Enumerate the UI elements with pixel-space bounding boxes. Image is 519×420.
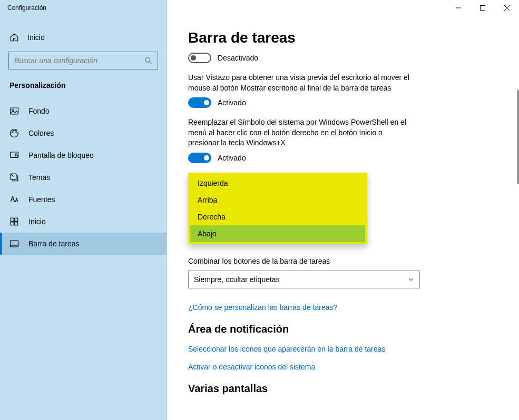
svg-rect-15 <box>15 218 18 221</box>
svg-rect-14 <box>11 218 14 221</box>
image-icon <box>9 106 19 116</box>
dropdown-option-derecha[interactable]: Derecha <box>190 208 365 225</box>
minimize-button[interactable] <box>446 0 471 16</box>
content-pane: Barra de tareas Desactivado Usar Vistazo… <box>167 0 519 420</box>
toggle-peek[interactable] <box>188 97 211 108</box>
svg-rect-12 <box>15 155 18 157</box>
dropdown-option-izquierda[interactable]: Izquierda <box>190 175 365 192</box>
home-label: Inicio <box>27 33 45 42</box>
svg-point-8 <box>12 132 13 133</box>
home-icon <box>9 33 19 42</box>
sidebar-item-temas[interactable]: Temas <box>0 166 167 188</box>
sidebar-item-barra-tareas[interactable]: Barra de tareas <box>0 233 167 255</box>
nav-label: Fuentes <box>28 195 55 204</box>
titlebar: Configuración <box>0 0 519 16</box>
toggle-lock-taskbar[interactable] <box>188 53 211 63</box>
themes-icon <box>9 173 19 182</box>
sidebar: Inicio Personalización Fondo Colores Pan… <box>0 0 167 420</box>
sidebar-item-colores[interactable]: Colores <box>0 122 167 144</box>
nav-label: Colores <box>28 129 54 137</box>
sidebar-item-fuentes[interactable]: Fuentes <box>0 188 167 211</box>
palette-icon <box>9 128 19 138</box>
search-field[interactable] <box>14 56 144 65</box>
page-title: Barra de tareas <box>188 29 498 46</box>
toggle-state: Activado <box>218 98 246 107</box>
svg-rect-16 <box>11 222 14 225</box>
svg-line-5 <box>149 62 151 64</box>
svg-point-9 <box>13 131 14 132</box>
taskbar-icon <box>9 239 19 248</box>
start-icon <box>9 217 19 226</box>
link-system-icons[interactable]: Activar o desactivar iconos del sistema <box>188 363 498 371</box>
lockscreen-icon <box>9 151 19 160</box>
search-input[interactable] <box>8 52 158 69</box>
sidebar-item-inicio[interactable]: Inicio <box>0 211 167 233</box>
taskbar-position-dropdown[interactable]: Izquierda Arriba Derecha Abajo <box>188 173 367 244</box>
dropdown-option-abajo[interactable]: Abajo <box>190 225 365 242</box>
nav-label: Barra de tareas <box>28 239 80 248</box>
window-title: Configuración <box>0 4 46 12</box>
chevron-down-icon <box>408 276 414 283</box>
svg-rect-17 <box>15 222 18 225</box>
nav-label: Temas <box>28 173 50 182</box>
fonts-icon <box>9 195 19 204</box>
svg-point-4 <box>145 57 150 62</box>
multiple-displays-heading: Varias pantallas <box>188 383 498 395</box>
svg-rect-1 <box>481 6 485 11</box>
link-select-icons[interactable]: Seleccionar los iconos que aparecerán en… <box>188 345 498 353</box>
help-link-customize[interactable]: ¿Cómo se personalizan las barras de tare… <box>188 303 498 312</box>
nav-label: Inicio <box>28 217 46 226</box>
powershell-description: Reemplazar el Símbolo del sistema por Wi… <box>188 117 409 148</box>
nav-label: Pantalla de bloqueo <box>28 151 94 159</box>
toggle-powershell[interactable] <box>188 153 211 163</box>
nav-label: Fondo <box>28 107 50 115</box>
select-value: Siempre, ocultar etiquetas <box>194 275 280 284</box>
dropdown-option-arriba[interactable]: Arriba <box>190 192 365 208</box>
toggle-state: Activado <box>218 154 246 162</box>
combine-label: Combinar los botones de la barra de tare… <box>188 257 498 265</box>
svg-point-10 <box>15 130 16 131</box>
close-button[interactable] <box>495 0 519 16</box>
notification-area-heading: Área de notificación <box>188 323 498 335</box>
toggle-state: Desactivado <box>218 54 258 62</box>
home-button[interactable]: Inicio <box>0 27 167 52</box>
combine-buttons-select[interactable]: Siempre, ocultar etiquetas <box>188 271 420 288</box>
svg-rect-18 <box>11 241 18 247</box>
sidebar-item-fondo[interactable]: Fondo <box>0 100 167 122</box>
section-heading: Personalización <box>0 81 167 100</box>
search-icon <box>144 56 152 65</box>
maximize-button[interactable] <box>471 0 495 16</box>
scrollbar[interactable] <box>517 89 519 184</box>
sidebar-item-bloqueo[interactable]: Pantalla de bloqueo <box>0 144 167 166</box>
peek-description: Usar Vistazo para obtener una vista prev… <box>188 73 409 93</box>
